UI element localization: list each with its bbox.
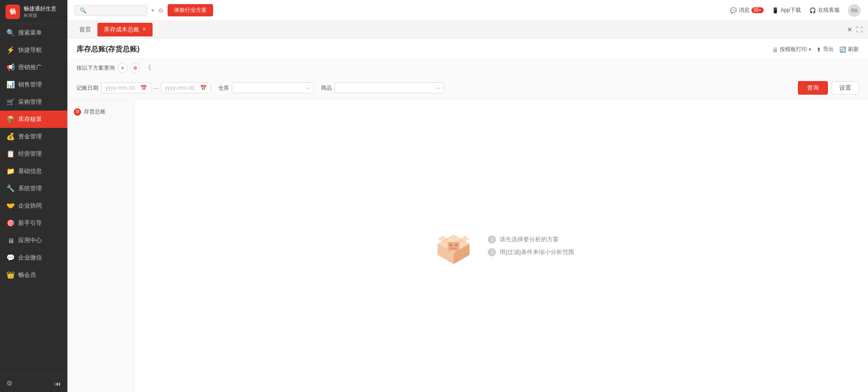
sidebar-item-system[interactable]: 🔧 系统管理 xyxy=(0,180,67,197)
tab-inventory-ledger[interactable]: 库存成本总账 ✕ xyxy=(97,23,153,36)
purchase-icon: 🛒 xyxy=(6,98,15,106)
sidebar-item-sales[interactable]: 📊 销售管理 xyxy=(0,76,67,93)
page-title: 库存总账(存货总账) xyxy=(77,45,140,54)
product-filter-field: 商品 ··· xyxy=(321,82,444,93)
empty-box: 1 请先选择要分析的方案 2 用[过滤]条件来缩小分析范围 xyxy=(429,223,574,269)
message-icon: 💬 xyxy=(730,7,737,14)
sidebar-item-newbie[interactable]: 🎯 新手引导 xyxy=(0,214,67,232)
settings-footer-btn[interactable]: ⚙ xyxy=(6,379,12,387)
svg-rect-7 xyxy=(455,244,458,246)
warehouse-select[interactable]: ··· xyxy=(232,82,314,93)
product-select[interactable]: ··· xyxy=(335,82,444,93)
headset-icon: 🎧 xyxy=(809,7,816,14)
member-icon: 👑 xyxy=(6,271,15,279)
collapse-sidebar-btn[interactable]: ⏮ xyxy=(54,380,61,387)
message-badge: 99+ xyxy=(751,7,764,13)
sidebar-item-wx[interactable]: 💬 企业微信 xyxy=(0,249,67,266)
filter-scheme-icon: ⊕ xyxy=(133,65,138,71)
logo-text: 畅捷通好生意 标准版 xyxy=(24,5,56,19)
empty-state: 1 请先选择要分析的方案 2 用[过滤]条件来缩小分析范围 xyxy=(135,100,868,392)
scheme-item-icon: 存 xyxy=(74,108,81,116)
sidebar-item-marketing[interactable]: 📢 营销推广 xyxy=(0,59,67,76)
warehouse-filter-label: 仓库 xyxy=(218,84,229,92)
topbar-search-box[interactable]: 🔍 xyxy=(75,5,148,16)
basic-icon: 📁 xyxy=(6,167,15,175)
finance-icon: 💰 xyxy=(6,132,15,141)
product-more-btn[interactable]: ··· xyxy=(435,85,440,91)
empty-illustration xyxy=(429,223,474,269)
page-header: 库存总账(存货总账) 🖨 按模板打印 ▾ ⬆ 导出 🔄 刷新 xyxy=(67,38,868,59)
sidebar-item-business[interactable]: 📋 经营管理 xyxy=(0,145,67,163)
filter-collapse-btn[interactable]: 《 xyxy=(143,63,153,73)
enterprise-icon: 🤝 xyxy=(6,202,15,210)
sidebar-item-search[interactable]: 🔍 搜索菜单 xyxy=(0,24,67,41)
scheme-item-inventory-ledger[interactable]: 存 存货总账 xyxy=(67,104,134,119)
system-icon: 🔧 xyxy=(6,184,15,193)
export-btn[interactable]: ⬆ 导出 xyxy=(817,46,834,53)
print-icon: 🖨 xyxy=(772,46,778,53)
date-filter-label: 记账日期 xyxy=(77,84,98,92)
filter-add-btn[interactable]: + xyxy=(117,63,128,73)
date-filter-field: 记账日期 yyyy-mm-dd 📅 — yyyy-mm-dd 📅 xyxy=(77,82,211,93)
refresh-icon: 🔄 xyxy=(839,46,846,53)
app-download-btn[interactable]: 📱 App下载 xyxy=(772,6,801,14)
warehouse-filter-field: 仓库 ··· xyxy=(218,82,314,93)
industry-solution-button[interactable]: 体验行业方案 xyxy=(168,4,213,16)
sidebar-logo: 畅 畅捷通好生意 标准版 xyxy=(0,0,67,24)
empty-tip-2: 2 用[过滤]条件来缩小分析范围 xyxy=(488,248,574,256)
tab-close-panel-icon[interactable]: ✕ xyxy=(847,26,853,33)
scheme-sidebar: 存 存货总账 xyxy=(67,100,135,392)
topbar-right: 💬 消息 99+ 📱 App下载 🎧 在线客服 Rit xyxy=(730,4,861,17)
date-range-input: yyyy-mm-dd 📅 — yyyy-mm-dd 📅 xyxy=(101,82,211,93)
main-area: 🔍 ▾ ⚙ 体验行业方案 💬 消息 99+ 📱 App下载 🎧 在线客服 Ri xyxy=(67,0,868,392)
message-btn[interactable]: 💬 消息 99+ xyxy=(730,6,764,14)
tip-number-1: 1 xyxy=(488,235,496,244)
topbar-left: 🔍 ▾ ⚙ 体验行业方案 xyxy=(75,4,213,16)
tip-number-2: 2 xyxy=(488,248,496,256)
date-start-input[interactable]: yyyy-mm-dd 📅 xyxy=(101,82,151,93)
filter-action-btns: 查询 设置 xyxy=(798,81,859,95)
tabbar: 首页 库存成本总账 ✕ ✕ ⛶ xyxy=(67,21,868,38)
empty-tips: 1 请先选择要分析的方案 2 用[过滤]条件来缩小分析范围 xyxy=(488,235,574,256)
setting-button[interactable]: 设置 xyxy=(832,81,859,95)
tab-expand-icon[interactable]: ⛶ xyxy=(856,26,863,33)
sidebar-item-app-center[interactable]: 🖥 应用中心 xyxy=(0,232,67,249)
topbar-dropdown-icon[interactable]: ▾ xyxy=(151,7,154,14)
wechat-icon: 💬 xyxy=(6,254,15,262)
tab-close-icon[interactable]: ✕ xyxy=(142,26,146,32)
sidebar: 畅 畅捷通好生意 标准版 🔍 搜索菜单 ⚡ 快捷导航 📢 营销推广 📊 销售管理… xyxy=(0,0,67,392)
content-body: 存 存货总账 xyxy=(67,100,868,392)
empty-tip-1: 1 请先选择要分析的方案 xyxy=(488,235,574,244)
search-icon: 🔍 xyxy=(6,29,15,37)
tab-home[interactable]: 首页 xyxy=(73,23,97,36)
topbar-search-icon: 🔍 xyxy=(80,7,87,14)
sidebar-item-enterprise[interactable]: 🤝 企业协同 xyxy=(0,197,67,214)
sidebar-item-finance[interactable]: 💰 资金管理 xyxy=(0,128,67,145)
online-service-btn[interactable]: 🎧 在线客服 xyxy=(809,6,840,14)
inventory-icon: 📦 xyxy=(6,115,15,123)
warehouse-more-btn[interactable]: ··· xyxy=(305,85,310,91)
query-button[interactable]: 查询 xyxy=(798,81,828,95)
calendar-start-icon[interactable]: 📅 xyxy=(140,85,147,91)
print-template-btn[interactable]: 🖨 按模板打印 ▾ xyxy=(772,46,811,53)
export-icon: ⬆ xyxy=(817,46,821,53)
product-filter-label: 商品 xyxy=(321,84,332,92)
user-avatar[interactable]: Rit xyxy=(848,4,861,17)
topbar-settings-icon[interactable]: ⚙ xyxy=(158,7,164,14)
newbie-icon: 🎯 xyxy=(6,219,15,227)
filter-row: 记账日期 yyyy-mm-dd 📅 — yyyy-mm-dd 📅 仓库 xyxy=(67,76,868,100)
sidebar-item-member[interactable]: 👑 畅会员 xyxy=(0,266,67,284)
business-icon: 📋 xyxy=(6,150,15,158)
sales-icon: 📊 xyxy=(6,81,15,89)
sidebar-item-inventory[interactable]: 📦 库存核算 xyxy=(0,111,67,128)
sidebar-item-basic[interactable]: 📁 基础信息 xyxy=(0,163,67,180)
sidebar-item-purchase[interactable]: 🛒 采购管理 xyxy=(0,93,67,111)
date-end-input[interactable]: yyyy-mm-dd 📅 xyxy=(161,82,211,93)
content-area: 库存总账(存货总账) 🖨 按模板打印 ▾ ⬆ 导出 🔄 刷新 按以下方案查询 xyxy=(67,38,868,392)
refresh-btn[interactable]: 🔄 刷新 xyxy=(839,46,859,53)
calendar-end-icon[interactable]: 📅 xyxy=(200,85,207,91)
logo-icon: 畅 xyxy=(5,5,20,19)
filter-scheme-btn[interactable]: ⊕ xyxy=(130,63,140,73)
date-separator: — xyxy=(153,85,159,92)
sidebar-item-quick-nav[interactable]: ⚡ 快捷导航 xyxy=(0,41,67,59)
